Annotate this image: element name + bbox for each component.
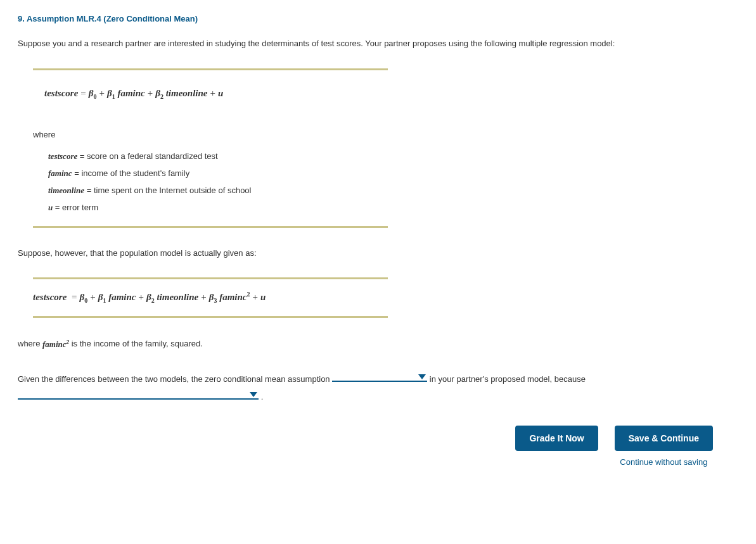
- rule-divider: [33, 316, 388, 318]
- where-squared-text: where faminc2 is the income of the famil…: [18, 337, 738, 351]
- definition-desc: = error term: [53, 203, 98, 212]
- intro-text: Suppose you and a research partner are i…: [18, 37, 738, 51]
- variable-definitions: testscore = score on a federal standardi…: [48, 150, 738, 214]
- fill-in-sentence: Given the differences between the two mo…: [18, 370, 738, 407]
- sentence-part-3: .: [261, 392, 264, 402]
- grade-button[interactable]: Grade It Now: [515, 426, 598, 451]
- definition-desc: = score on a federal standardized test: [77, 151, 218, 161]
- action-bar: Grade It Now Save & Continue Continue wi…: [18, 426, 738, 469]
- equation-block-1: testscore=β0+β1 faminc+β2 timeonline+u: [33, 68, 388, 117]
- dropdown-blank-2[interactable]: [18, 388, 259, 400]
- regression-equation-1: testscore=β0+β1 faminc+β2 timeonline+u: [33, 70, 388, 117]
- chevron-down-icon: [250, 392, 257, 397]
- definition-desc: = time spent on the Internet outside of …: [84, 186, 251, 195]
- rule-divider: [33, 226, 388, 228]
- sentence-part-2: in your partner's proposed model, becaus…: [430, 374, 586, 384]
- definition-var: faminc: [48, 168, 72, 178]
- definition-var: testscore: [48, 151, 77, 161]
- save-stack: Save & Continue Continue without saving: [615, 426, 713, 469]
- definition-row: testscore = score on a federal standardi…: [48, 150, 738, 163]
- sentence-part-1: Given the differences between the two mo…: [18, 374, 332, 384]
- definition-desc: = income of the student's family: [72, 168, 190, 178]
- rule-under-defs: [33, 226, 388, 228]
- definition-var: timeonline: [48, 186, 84, 195]
- where-label: where: [33, 129, 738, 142]
- second-intro-text: Suppose, however, that the population mo…: [18, 247, 738, 260]
- equation-block-2: testscore =β0+β1 faminc+β2 timeonline+β3…: [33, 277, 388, 318]
- continue-without-saving-link[interactable]: Continue without saving: [620, 456, 707, 469]
- definition-row: u = error term: [48, 201, 738, 215]
- chevron-down-icon: [418, 374, 426, 379]
- definition-row: faminc = income of the student's family: [48, 167, 738, 180]
- where2-post: is the income of the family, squared.: [69, 339, 203, 349]
- save-continue-button[interactable]: Save & Continue: [615, 426, 713, 451]
- where2-pre: where: [18, 339, 42, 349]
- faminc-squared-var: faminc2: [42, 339, 69, 349]
- regression-equation-2: testscore =β0+β1 faminc+β2 timeonline+β3…: [33, 279, 388, 316]
- definition-row: timeonline = time spent on the Internet …: [48, 184, 738, 198]
- dropdown-blank-1[interactable]: [332, 370, 427, 382]
- question-heading: 9. Assumption MLR.4 (Zero Conditional Me…: [18, 13, 738, 26]
